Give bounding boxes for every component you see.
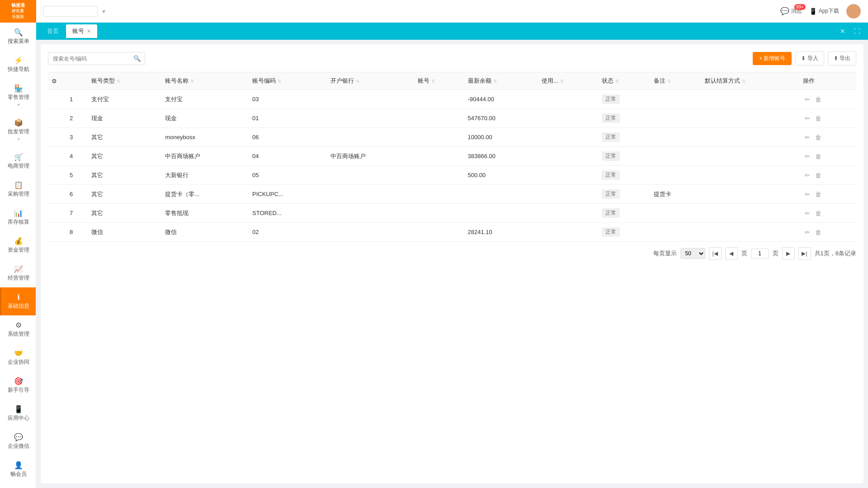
row-bank [327,185,414,204]
sidebar-item-ecommerce[interactable]: 🛒 电商管理 [0,147,36,175]
row-settings [48,223,66,242]
tab-maximize-button[interactable]: ⛶ [851,25,863,38]
edit-button[interactable]: ✏ [803,228,812,237]
row-use [538,128,598,147]
add-account-button[interactable]: + 新增账号 [753,52,792,65]
col-balance[interactable]: 最新余额⇅ [464,72,538,90]
row-actions: ✏ 🗑 [799,166,856,185]
ecommerce-icon: 🛒 [4,153,33,161]
edit-button[interactable]: ✏ [803,171,812,180]
sidebar-item-collab[interactable]: 🤝 企业协同 [0,343,36,371]
row-status: 正常 [598,185,650,204]
col-bank[interactable]: 开户银行⇅ [327,72,414,90]
tab-home[interactable]: 首页 [41,24,65,38]
message-badge: 99+ [794,4,806,10]
delete-button[interactable]: 🗑 [813,152,823,161]
col-remark[interactable]: 备注⇅ [650,72,701,90]
col-account[interactable]: 账号⇅ [414,72,464,90]
row-status: 正常 [598,128,650,147]
sidebar-item-basic-info[interactable]: ℹ 基础信息 [0,287,36,315]
table-row: 8 微信 微信 02 28241.10 正常 ✏ 🗑 [48,223,856,242]
delete-button[interactable]: 🗑 [813,133,823,142]
tab-close-icon[interactable]: ✕ [87,28,91,34]
search-submit-icon: 🔍 [133,55,141,62]
edit-button[interactable]: ✏ [803,95,812,104]
row-name: 现金 [161,109,249,128]
row-bank [327,109,414,128]
topbar-search-input[interactable] [43,6,98,17]
col-name[interactable]: 账号名称⇅ [161,72,249,90]
topbar-dropdown-icon[interactable]: ▾ [102,8,105,15]
sidebar-item-wechat[interactable]: 💬 企业微信 [0,427,36,455]
sidebar-item-wholesale[interactable]: 📦 批发管理 ▾ [0,113,36,147]
user-avatar[interactable] [846,4,861,19]
delete-button[interactable]: 🗑 [813,171,823,180]
row-actions: ✏ 🗑 [799,147,856,166]
status-badge: 正常 [602,227,620,237]
col-code[interactable]: 账号编码⇅ [249,72,327,90]
sidebar-item-system[interactable]: ⚙ 系统管理 [0,315,36,343]
app-download-button[interactable]: 📱 App下载 [809,7,839,15]
row-status: 正常 [598,166,650,185]
account-search-input[interactable] [48,53,130,65]
tab-minimize-button[interactable]: ✕ [836,25,849,38]
edit-button[interactable]: ✏ [803,152,812,161]
export-button[interactable]: ⬆ 导出 [828,52,856,66]
row-type: 现金 [88,109,162,128]
message-button[interactable]: 💬 消息 99+ [780,7,802,15]
sidebar-item-guide[interactable]: 🎯 新手引导 [0,371,36,399]
tab-account[interactable]: 账号 ✕ [66,24,97,38]
col-settings[interactable]: ⚙ [48,72,66,90]
delete-button[interactable]: 🗑 [813,228,823,237]
page-number-input[interactable] [751,249,769,258]
sidebar-item-purchase[interactable]: 📋 采购管理 [0,175,36,203]
delete-button[interactable]: 🗑 [813,209,823,218]
sidebar-item-finance[interactable]: 💰 资金管理 [0,231,36,259]
sidebar-item-label: 应用中心 [4,414,33,422]
sidebar-item-quick-nav[interactable]: ⚡ 快捷导航 [0,51,36,79]
row-num: 5 [66,166,88,185]
row-settings [48,109,66,128]
row-status: 正常 [598,204,650,223]
col-use[interactable]: 使用...⇅ [538,72,598,90]
sidebar-item-label: 企业微信 [4,442,33,450]
per-page-select[interactable]: 50 100 [680,248,705,259]
edit-button[interactable]: ✏ [803,209,812,218]
sidebar-item-search[interactable]: 🔍 搜索菜单 [0,23,36,51]
sidebar-item-app-center[interactable]: 📱 应用中心 [0,399,36,427]
row-remark [650,128,701,147]
sidebar-item-operation[interactable]: 📈 经营管理 [0,259,36,287]
row-account [414,166,464,185]
last-page-button[interactable]: ▶| [798,247,811,260]
sidebar-item-label: 基础信息 [4,302,33,310]
delete-button[interactable]: 🗑 [813,190,823,199]
edit-button[interactable]: ✏ [803,190,812,199]
sidebar-item-retail[interactable]: 🏪 零售管理 ▾ [0,79,36,113]
basic-info-icon: ℹ [4,293,33,301]
tab-account-label: 账号 [72,27,84,35]
edit-button[interactable]: ✏ [803,114,812,123]
total-info: 共1页，8条记录 [815,249,856,258]
import-button[interactable]: ⬇ 导入 [795,52,824,66]
delete-button[interactable]: 🗑 [813,95,823,104]
row-default-settle [701,90,799,109]
prev-page-button[interactable]: ◀ [725,247,738,260]
status-badge: 正常 [602,113,620,123]
search-button[interactable]: 🔍 [130,52,145,65]
sidebar-item-inventory[interactable]: 📊 库存核算 [0,203,36,231]
status-badge: 正常 [602,189,620,199]
delete-button[interactable]: 🗑 [813,114,823,123]
row-code: 06 [249,128,327,147]
row-account [414,128,464,147]
col-status[interactable]: 状态⇅ [598,72,650,90]
row-name: 提货卡（零... [161,185,249,204]
next-page-button[interactable]: ▶ [782,247,795,260]
topbar: ▾ 💬 消息 99+ 📱 App下载 [36,0,868,23]
row-balance [464,204,538,223]
first-page-button[interactable]: |◀ [709,247,722,260]
col-default-settle[interactable]: 默认结算方式⇅ [701,72,799,90]
edit-button[interactable]: ✏ [803,133,812,142]
col-type[interactable]: 账号类型⇅ [88,72,162,90]
sidebar-item-member[interactable]: 👤 畅会员 [0,455,36,483]
row-num: 3 [66,128,88,147]
